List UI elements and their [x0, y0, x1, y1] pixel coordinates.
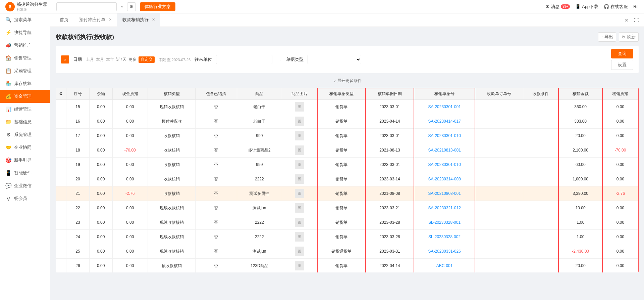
tab-prepay[interactable]: 预付冲应付单 ✕ — [74, 13, 117, 27]
cell-receipt-order-no — [475, 114, 523, 129]
cell-goods: 多计量商品2 — [237, 143, 282, 158]
cell-gear — [56, 186, 66, 201]
settings-gear-button[interactable]: ⚙ — [127, 2, 136, 11]
sidebar-item-capital[interactable]: 💰 资金管理 — [0, 90, 50, 103]
trial-button[interactable]: 体验行业方案 — [140, 2, 175, 11]
filter-expand-button[interactable]: » — [61, 55, 69, 63]
sidebar-item-bizops[interactable]: 📊 经营管理 — [0, 103, 50, 116]
sidebar-label-sales: 销售管理 — [14, 55, 32, 61]
cancel-doc-link[interactable]: ABC-001 — [436, 263, 453, 268]
refresh-button[interactable]: ↻ 刷新 — [619, 32, 639, 42]
sidebar-item-smarthw[interactable]: 📱 智能硬件 — [0, 167, 50, 179]
user-name: Rit — [633, 4, 639, 9]
cancel-doc-link[interactable]: SA-20230314-008 — [428, 177, 461, 181]
search-icon: 🔍 — [5, 17, 11, 23]
export-button[interactable]: ↑ 导出 — [598, 32, 616, 42]
cancel-doc-link[interactable]: SA-20210808-001 — [428, 191, 461, 196]
app-download-button[interactable]: 📱 App下载 — [575, 4, 598, 10]
cell-goods-img: 图 — [282, 215, 317, 230]
sidebar-label-beginner: 新手引导 — [14, 157, 32, 163]
cell-gear — [56, 215, 66, 230]
cell-num: 20 — [66, 172, 90, 186]
cell-cancel-doc-no: SA-20230414-017 — [414, 114, 475, 129]
dropdown-arrow-icon[interactable]: ∨ — [121, 5, 123, 8]
top-search-input[interactable] — [56, 2, 117, 11]
cell-cancel-doc-no: SL-20230328-002 — [414, 230, 475, 244]
table-row: 18 0.00 -70.00 收款核销 否 多计量商品2 图 销货单 2021-… — [56, 143, 638, 158]
date-link-this-year[interactable]: 本年 — [106, 57, 114, 62]
sidebar-item-purchase[interactable]: 📋 采购管理 — [0, 65, 50, 77]
table-header: ⚙ 序号 余额 现金折扣 核销类型 包含已结清 商品 商品图片 核销单据类型 核… — [56, 88, 638, 100]
sidebar-item-beginner[interactable]: 🎯 新手引导 — [0, 154, 50, 167]
sidebar-item-vip[interactable]: V 畅会员 — [0, 192, 50, 205]
cancel-doc-link[interactable]: SA-20230301-010 — [428, 133, 461, 138]
chat-icon: 💬 — [5, 183, 11, 189]
tab-receipt-cancel-close[interactable]: ✕ — [152, 17, 155, 22]
cell-balance: 0.00 — [89, 100, 112, 114]
sidebar-item-quick-nav[interactable]: ⚡ 快捷导航 — [0, 26, 50, 39]
table-body: 15 0.00 0.00 现销收款核销 否 老白干 图 销货单 2023-03-… — [56, 100, 638, 273]
sidebar-item-search-menu[interactable]: 🔍 搜索菜单 — [0, 13, 50, 26]
col-gear[interactable]: ⚙ — [56, 88, 66, 100]
date-link-last-month[interactable]: 上月 — [86, 57, 94, 62]
sidebar-item-collab[interactable]: 🤝 企业协同 — [0, 141, 50, 154]
cell-cancel-type: 现续收款核销 — [148, 244, 195, 259]
top-bar-right: ✉ 消息 99+ 📱 App下载 🎧 在线客服 Rit — [546, 4, 639, 10]
cell-balance: 0.00 — [89, 230, 112, 244]
sidebar-item-sales[interactable]: 🏠 销售管理 — [0, 52, 50, 65]
from-unit-input[interactable] — [216, 55, 272, 64]
cancel-doc-link[interactable]: SA-20230331-026 — [428, 249, 461, 254]
cancel-doc-link[interactable]: SL-20230328-002 — [428, 234, 461, 239]
cancel-doc-link[interactable]: SA-20230414-017 — [428, 119, 461, 124]
filter-bar: » 日期 上月 本月 本年 近7天 更多 自定义 不限 至 2023-07-26… — [56, 46, 639, 73]
cell-goods-img: 图 — [282, 129, 317, 143]
tab-prepay-close[interactable]: ✕ — [109, 17, 112, 22]
cancel-doc-link[interactable]: SA-20230301-010 — [428, 162, 461, 167]
cell-balance: 0.00 — [89, 172, 112, 186]
cancel-doc-link[interactable]: SA-20210813-001 — [428, 148, 461, 153]
sidebar-item-basic[interactable]: 📁 基础信息 — [0, 116, 50, 128]
sidebar-item-inventory[interactable]: 🏪 库存核算 — [0, 77, 50, 90]
tab-maximize-button[interactable]: ⛶ — [633, 16, 640, 24]
cell-balance: 0.00 — [89, 215, 112, 230]
message-button[interactable]: ✉ 消息 99+ — [546, 4, 570, 10]
cell-cash-discount: 0.00 — [112, 158, 148, 172]
cell-cancel-type: 现续收款核销 — [148, 215, 195, 230]
cell-cancel-amount: 1.00 — [558, 230, 602, 244]
cell-cancel-type: 预付冲应收 — [148, 114, 195, 129]
tab-receipt-cancel[interactable]: 收款核销执行 ✕ — [117, 13, 160, 27]
cell-cash-discount: -2.76 — [112, 186, 148, 201]
cell-goods-img: 图 — [282, 172, 317, 186]
cell-goods-img: 图 — [282, 186, 317, 201]
tab-close-all-button[interactable]: ✕ — [623, 16, 630, 24]
online-service-button[interactable]: 🎧 在线客服 — [604, 4, 628, 10]
tab-receipt-cancel-label: 收款核销执行 — [122, 17, 149, 23]
tab-home[interactable]: 首页 — [54, 13, 74, 27]
cell-cancel-doc-date: 2022-04-14 — [366, 259, 414, 273]
sidebar-label-system: 系统管理 — [14, 132, 32, 138]
filter-setting-button[interactable]: 设置 — [611, 60, 633, 70]
sidebar-item-marketing[interactable]: 📣 营销推广 — [0, 39, 50, 52]
sidebar-item-corpwechat[interactable]: 💬 企业微信 — [0, 179, 50, 192]
cancel-doc-link[interactable]: SA-20230321-012 — [428, 206, 461, 210]
user-profile[interactable]: Rit — [633, 4, 639, 9]
cancel-doc-link[interactable]: SA-20230301-001 — [428, 104, 461, 109]
cell-cancel-doc-date: 2023-03-28 — [366, 215, 414, 230]
doc-type-select[interactable] — [308, 55, 361, 64]
date-link-custom[interactable]: 自定义 — [139, 56, 155, 63]
cancel-doc-link[interactable]: SL-20230328-001 — [428, 220, 461, 225]
date-link-more[interactable]: 更多 — [128, 57, 137, 62]
table-scroll-area[interactable]: ⚙ 序号 余额 现金折扣 核销类型 包含已结清 商品 商品图片 核销单据类型 核… — [56, 88, 639, 272]
expand-more-button[interactable]: ∨ 展开更多条件 — [56, 77, 639, 85]
cell-cancel-amount: -2,430.00 — [558, 244, 602, 259]
date-link-this-month[interactable]: 本月 — [96, 57, 104, 62]
sidebar-item-system[interactable]: ⚙ 系统管理 — [0, 128, 50, 141]
date-link-7days[interactable]: 近7天 — [116, 57, 126, 62]
dots-icon[interactable]: ··· — [276, 57, 282, 62]
cell-cancel-amount: 360.00 — [558, 100, 602, 114]
query-button[interactable]: 查询 — [611, 49, 633, 58]
cell-cash-discount: 0.00 — [112, 244, 148, 259]
logo-sub: 标准版 — [17, 7, 47, 12]
tab-home-label: 首页 — [60, 17, 68, 23]
table-row: 23 0.00 0.00 现续收款核销 否 2222 图 销货单 2023-03… — [56, 215, 638, 230]
